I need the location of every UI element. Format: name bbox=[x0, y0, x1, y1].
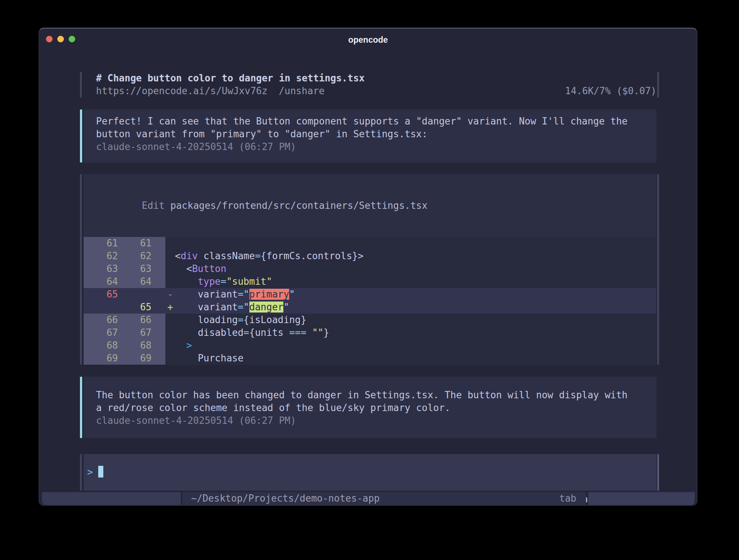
diff-line: 6464 type="submit" bbox=[84, 275, 656, 288]
diff-sign bbox=[165, 352, 175, 365]
diff-line: 6161 bbox=[84, 237, 656, 250]
diff-sign: - bbox=[165, 288, 175, 301]
code-text: <Button bbox=[175, 262, 656, 275]
window-title: opencode bbox=[39, 34, 697, 46]
message-text-line: Perfect! I can see that the Button compo… bbox=[96, 115, 646, 128]
opencode-window: opencode # Change button color to danger… bbox=[39, 28, 697, 506]
old-line-number bbox=[84, 301, 125, 314]
prompt-chevron: > bbox=[87, 467, 93, 477]
status-bar: opencode v0.3.11 ~/Desktop/Projects/demo… bbox=[42, 492, 695, 505]
diff-line: 6868 > bbox=[84, 339, 656, 352]
new-line-number: 64 bbox=[125, 275, 165, 288]
edit-tool-block: Edit packages/frontend/src/containers/Se… bbox=[84, 174, 656, 365]
edit-header: Edit packages/frontend/src/containers/Se… bbox=[84, 174, 656, 237]
new-line-number: 62 bbox=[125, 250, 165, 262]
old-line-number: 62 bbox=[84, 250, 125, 262]
code-text: variant="danger" bbox=[175, 301, 656, 314]
header-right-mark bbox=[657, 72, 659, 97]
new-line-number: 69 bbox=[125, 352, 165, 365]
message-accent-bar bbox=[80, 110, 82, 162]
new-line-number: 65 bbox=[125, 301, 165, 314]
old-line-number: 65 bbox=[84, 288, 125, 301]
old-line-number: 67 bbox=[84, 326, 125, 339]
input-left-mark bbox=[80, 454, 82, 491]
statusbar-spacer bbox=[380, 492, 559, 505]
old-line-number: 68 bbox=[84, 339, 125, 352]
session-subline: https://opencode.ai/s/UwJxv76z/unshare 1… bbox=[96, 85, 656, 97]
diff-line: 65+ variant="danger" bbox=[84, 301, 656, 314]
input-right-mark bbox=[657, 454, 659, 491]
old-line-number: 64 bbox=[84, 275, 125, 288]
new-line-number: 68 bbox=[125, 339, 165, 352]
old-line-number: 69 bbox=[84, 352, 125, 365]
code-text: variant="primary" bbox=[175, 288, 656, 301]
message-accent-bar bbox=[80, 377, 82, 438]
code-text: Purchase bbox=[175, 352, 656, 365]
message-text-line: a red/rose color scheme instead of the b… bbox=[96, 402, 646, 414]
old-line-number: 66 bbox=[84, 314, 125, 326]
assistant-message-1: Perfect! I can see that the Button compo… bbox=[84, 110, 656, 162]
message-text-line: The button color has been changed to dan… bbox=[96, 389, 646, 402]
diff-sign bbox=[165, 237, 175, 250]
diff-sign: + bbox=[165, 301, 175, 314]
session-header: # Change button color to danger in setti… bbox=[84, 72, 656, 97]
diff-line: 6262<div className={formCs.controls}> bbox=[84, 250, 656, 262]
new-line-number: 66 bbox=[125, 314, 165, 326]
edit-left-mark bbox=[80, 174, 82, 365]
new-line-number: 61 bbox=[125, 237, 165, 250]
session-title: # Change button color to danger in setti… bbox=[96, 72, 656, 85]
diff-sign bbox=[165, 314, 175, 326]
text-cursor bbox=[98, 466, 103, 477]
header-left-mark bbox=[80, 72, 82, 97]
session-content: # Change button color to danger in setti… bbox=[84, 50, 656, 506]
message-model-meta: claude-sonnet-4-20250514 (06:27 PM) bbox=[96, 141, 646, 153]
code-text bbox=[175, 237, 656, 250]
old-line-number: 61 bbox=[84, 237, 125, 250]
diff-sign bbox=[165, 326, 175, 339]
edit-verb: Edit bbox=[142, 200, 170, 211]
edit-right-mark bbox=[657, 174, 659, 365]
diff-sign bbox=[165, 275, 175, 288]
mode-segment[interactable]: BUILD MODE bbox=[588, 492, 695, 505]
diff-rows: 61616262<div className={formCs.controls}… bbox=[84, 237, 656, 365]
edit-file-path: packages/frontend/src/containers/Setting… bbox=[171, 200, 428, 211]
unshare-command[interactable]: /unshare bbox=[279, 85, 325, 97]
diff-line: 6666 loading={isLoading} bbox=[84, 314, 656, 326]
diff-sign bbox=[165, 250, 175, 262]
code-text: disabled={units === ""} bbox=[175, 326, 656, 339]
new-line-number: 63 bbox=[125, 262, 165, 275]
message-model-meta: claude-sonnet-4-20250514 (06:27 PM) bbox=[96, 414, 646, 427]
code-text: > bbox=[175, 339, 656, 352]
diff-line: 65- variant="primary" bbox=[84, 288, 656, 301]
diff-line: 6969 Purchase bbox=[84, 352, 656, 365]
brand-segment: opencode v0.3.11 bbox=[42, 492, 181, 505]
old-line-number: 63 bbox=[84, 262, 125, 275]
code-text: <div className={formCs.controls}> bbox=[175, 250, 656, 262]
working-directory: ~/Desktop/Projects/demo-notes-app bbox=[191, 492, 380, 505]
diff-line: 6767 disabled={units === ""} bbox=[84, 326, 656, 339]
message-text-line: button variant from "primary" to "danger… bbox=[96, 128, 646, 141]
titlebar: opencode bbox=[39, 28, 697, 50]
message-input[interactable]: > bbox=[84, 454, 656, 491]
new-line-number: 67 bbox=[125, 326, 165, 339]
code-text: loading={isLoading} bbox=[175, 314, 656, 326]
diff-line: 6363 <Button bbox=[84, 262, 656, 275]
new-line-number bbox=[125, 288, 165, 301]
statusbar-middle: ~/Desktop/Projects/demo-notes-app tab bbox=[182, 492, 586, 505]
code-text: type="submit" bbox=[175, 275, 656, 288]
token-usage: 14.6K/7% ($0.07) bbox=[565, 85, 656, 97]
tab-key-hint[interactable]: tab bbox=[559, 492, 586, 505]
assistant-message-2: The button color has been changed to dan… bbox=[84, 377, 656, 438]
share-url[interactable]: https://opencode.ai/s/UwJxv76z bbox=[96, 85, 268, 97]
diff-sign bbox=[165, 262, 175, 275]
diff-sign bbox=[165, 339, 175, 352]
subline-spacer bbox=[325, 85, 565, 97]
